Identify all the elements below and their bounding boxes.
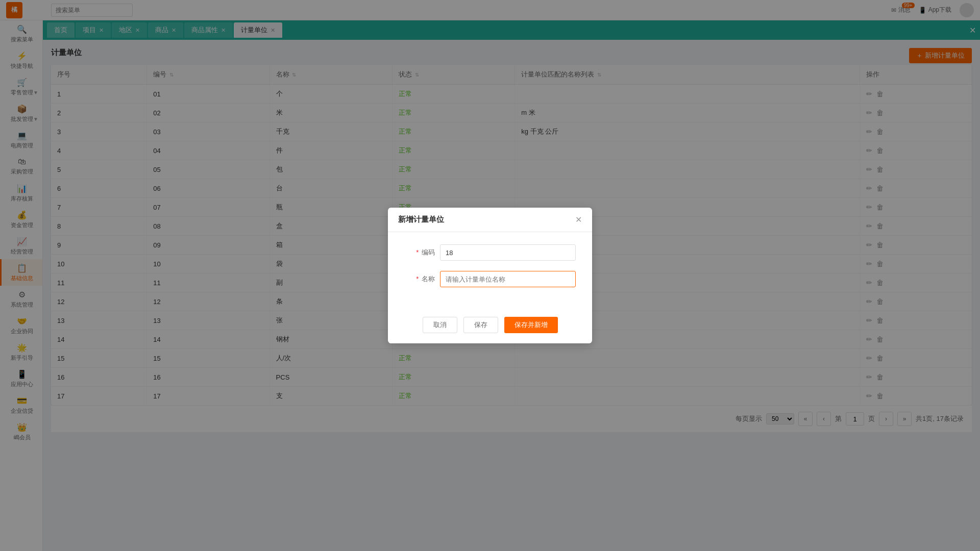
modal-overlay: 新增计量单位 ✕ * 编码 * 名称 取消 保存 保存并新增	[0, 0, 980, 551]
modal-footer: 取消 保存 保存并新增	[388, 310, 592, 343]
name-label: * 名称	[404, 274, 435, 284]
form-item-code: * 编码	[404, 244, 576, 261]
save-button[interactable]: 保存	[463, 317, 498, 333]
modal-close-button[interactable]: ✕	[575, 215, 582, 224]
code-label: * 编码	[404, 248, 435, 257]
form-item-name: * 名称	[404, 271, 576, 287]
modal-title: 新增计量单位	[398, 215, 444, 224]
cancel-button[interactable]: 取消	[423, 317, 457, 333]
required-star: *	[416, 248, 419, 256]
modal-header: 新增计量单位 ✕	[388, 208, 592, 232]
save-and-new-button[interactable]: 保存并新增	[504, 317, 558, 333]
modal-body: * 编码 * 名称	[388, 232, 592, 310]
required-star: *	[416, 275, 419, 283]
code-input[interactable]	[440, 244, 576, 261]
add-unit-modal: 新增计量单位 ✕ * 编码 * 名称 取消 保存 保存并新增	[388, 208, 592, 343]
name-input[interactable]	[440, 271, 576, 287]
